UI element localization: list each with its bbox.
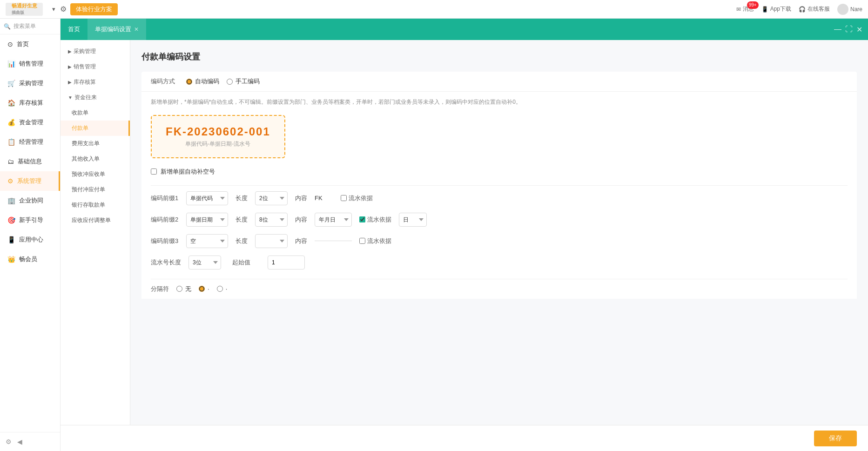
message-button[interactable]: ✉ 消息 99+ <box>736 5 754 13</box>
prefix3-serial-checkbox[interactable]: 流水依据 <box>359 237 391 245</box>
settings-icon[interactable]: ⚙ <box>60 5 67 13</box>
sidebar-item-sales[interactable]: 📊 销售管理 <box>0 54 60 74</box>
auto-encoding-label: 自动编码 <box>195 77 219 86</box>
nav-dropdown-button[interactable]: ▾ <box>50 5 57 13</box>
sidebar-item-operations[interactable]: 📋 经营管理 <box>0 132 60 152</box>
sub-group-sales-title[interactable]: ▶ 销售管理 <box>61 59 130 74</box>
prefix3-select[interactable]: 单据代码 单据日期 空 部门 业务员 <box>186 234 228 248</box>
separator-dash-radio[interactable] <box>217 286 223 292</box>
tab-home[interactable]: 首页 <box>61 19 87 40</box>
sidebar-item-finance[interactable]: 💰 资金管理 <box>0 113 60 132</box>
tab-close-icon[interactable]: ✕ <box>134 26 139 33</box>
sub-sidebar-item-bank[interactable]: 银行存取款单 <box>61 197 130 213</box>
sidebar-item-basic[interactable]: 🗂 基础信息 <box>0 152 60 171</box>
window-maximize-button[interactable]: ⛶ <box>845 25 853 34</box>
prefix1-length-select[interactable]: 2位 3位 4位 <box>255 191 288 205</box>
sub-sidebar-item-receipt[interactable]: 收款单 <box>61 105 130 121</box>
prefix2-serial-unit-select[interactable]: 日 月 年 <box>399 213 427 227</box>
sub-sidebar-item-other-income[interactable]: 其他收入单 <box>61 151 130 167</box>
app-download-button[interactable]: 📱 App下载 <box>761 5 791 13</box>
purchase-icon: 🛒 <box>7 80 15 87</box>
prefix3-length-select[interactable] <box>255 234 288 248</box>
sidebar-item-label: 采购管理 <box>19 79 43 88</box>
auto-fill-checkbox[interactable] <box>151 168 157 175</box>
sub-sidebar-item-prepay-payable[interactable]: 预付冲应付单 <box>61 182 130 197</box>
main-layout: 🔍 搜索菜单 ⊙ 首页 📊 销售管理 🛒 采购管理 🏠 库存核算 💰 资金管理 … <box>0 19 868 451</box>
tab-encode-settings[interactable]: 单据编码设置 ✕ <box>87 19 146 40</box>
prefix2-content-select[interactable]: 年月日 年月 年 <box>315 213 352 227</box>
sub-item-label: 收款单 <box>72 109 88 116</box>
separator-dot-option[interactable]: · <box>199 285 209 292</box>
prefix2-serial-checkbox[interactable]: 流水依据 <box>359 215 391 224</box>
prefix1-serial-checkbox[interactable]: 流水依据 <box>341 194 373 202</box>
preview-code: FK-20230602-001 <box>166 125 270 138</box>
online-service-button[interactable]: 🎧 在线客服 <box>799 5 830 13</box>
tab-bar: 首页 单据编码设置 ✕ — ⛶ ✕ <box>61 19 868 40</box>
prefix2-length-select[interactable]: 8位 6位 4位 <box>255 213 288 227</box>
prefix2-serial-unit-wrapper: 日 月 年 <box>399 213 427 227</box>
prefix1-select-wrapper: 单据代码 单据日期 空 部门 业务员 <box>186 191 228 205</box>
prefix3-serial-label: 流水依据 <box>367 237 391 245</box>
sub-group-purchase-title[interactable]: ▶ 采购管理 <box>61 44 130 59</box>
prefix2-serial-input[interactable] <box>359 216 365 222</box>
sidebar-settings-button[interactable]: ⚙ <box>6 438 12 445</box>
separator-none-radio[interactable] <box>176 286 182 292</box>
prefix2-serial-label: 流水依据 <box>367 215 391 224</box>
sidebar-item-newbie[interactable]: 🎯 新手引导 <box>0 210 60 230</box>
sidebar-item-system[interactable]: ⚙ 系统管理 <box>0 171 60 191</box>
auto-fill-row: 新增单据自动补空号 <box>151 168 848 176</box>
prefix1-content-val: FK <box>315 195 333 202</box>
prefix3-serial-input[interactable] <box>359 238 365 244</box>
window-minimize-button[interactable]: — <box>834 25 841 34</box>
info-text: 新增单据时，*单据编码*自动生成，不可编辑。前缀设置为部门、业务员等档案类，开单… <box>151 97 848 108</box>
sidebar-item-inventory[interactable]: 🏠 库存核算 <box>0 93 60 113</box>
newbie-icon: 🎯 <box>7 216 15 224</box>
manual-encoding-option[interactable]: 手工编码 <box>227 77 260 86</box>
sidebar-item-label: 销售管理 <box>19 60 43 68</box>
sidebar-search-button[interactable]: 🔍 搜索菜单 <box>0 19 60 34</box>
sidebar-item-label: 经营管理 <box>19 138 43 146</box>
sub-group-inventory-title[interactable]: ▶ 库存核算 <box>61 74 130 90</box>
auto-encoding-option[interactable]: 自动编码 <box>186 77 219 86</box>
sub-group-fund-title[interactable]: ▼ 资金往来 <box>61 90 130 105</box>
sidebar-item-apps[interactable]: 📱 应用中心 <box>0 230 60 249</box>
serial-length-select[interactable]: 3位 4位 5位 6位 <box>188 256 221 269</box>
save-button[interactable]: 保存 <box>814 431 857 446</box>
sub-sidebar-item-adjustment[interactable]: 应收应付调整单 <box>61 213 130 228</box>
sidebar-item-purchase[interactable]: 🛒 采购管理 <box>0 74 60 93</box>
separator-dash-option[interactable]: · <box>217 285 228 292</box>
prefix1-serial-label: 流水依据 <box>349 194 373 202</box>
info-section: 新增单据时，*单据编码*自动生成，不可编辑。前缀设置为部门、业务员等档案类，开单… <box>141 92 857 299</box>
prefix1-content-label: 内容 <box>295 194 307 202</box>
sidebar-item-home[interactable]: ⊙ 首页 <box>0 34 60 54</box>
prefix3-label: 编码前缀3 <box>151 237 179 245</box>
sidebar-collapse-button[interactable]: ◀ <box>17 438 22 445</box>
tab-encode-label: 单据编码设置 <box>95 25 131 34</box>
sidebar-item-enterprise[interactable]: 🏢 企业协同 <box>0 191 60 210</box>
prefix-row-1: 编码前缀1 单据代码 单据日期 空 部门 业务员 长度 <box>151 191 848 205</box>
bottom-bar: 保存 <box>61 425 868 451</box>
separator-none-label: 无 <box>185 285 191 293</box>
prefix2-length-wrapper: 8位 6位 4位 <box>255 213 288 227</box>
separator-dot-radio[interactable] <box>199 286 205 292</box>
encoding-method-label: 编码方式 <box>151 77 175 86</box>
user-avatar[interactable]: Nare <box>837 4 862 15</box>
prefix1-length-wrapper: 2位 3位 4位 <box>255 191 288 205</box>
serial-start-label: 起始值 <box>232 258 260 267</box>
window-close-button[interactable]: ✕ <box>856 25 862 34</box>
separator-none-option[interactable]: 无 <box>176 285 191 293</box>
sub-sidebar-item-prepay-receivable[interactable]: 预收冲应收单 <box>61 167 130 182</box>
sub-group-inventory: ▶ 库存核算 <box>61 74 130 90</box>
sidebar-item-member[interactable]: 👑 畅会员 <box>0 249 60 269</box>
prefix1-select[interactable]: 单据代码 单据日期 空 部门 业务员 <box>186 191 228 205</box>
sub-sidebar-item-payment[interactable]: 付款单 <box>61 121 130 136</box>
chevron-right-icon: ▶ <box>68 80 72 85</box>
trial-button[interactable]: 体验行业方案 <box>70 3 118 15</box>
prefix2-select[interactable]: 单据代码 单据日期 空 部门 业务员 <box>186 213 228 227</box>
prefix1-serial-input[interactable] <box>341 195 347 201</box>
sub-sidebar-item-expense[interactable]: 费用支出单 <box>61 136 130 151</box>
auto-encoding-radio[interactable] <box>186 79 192 85</box>
serial-start-input[interactable] <box>268 256 305 269</box>
manual-encoding-radio[interactable] <box>227 79 233 85</box>
sub-item-label: 预付冲应付单 <box>72 186 105 193</box>
